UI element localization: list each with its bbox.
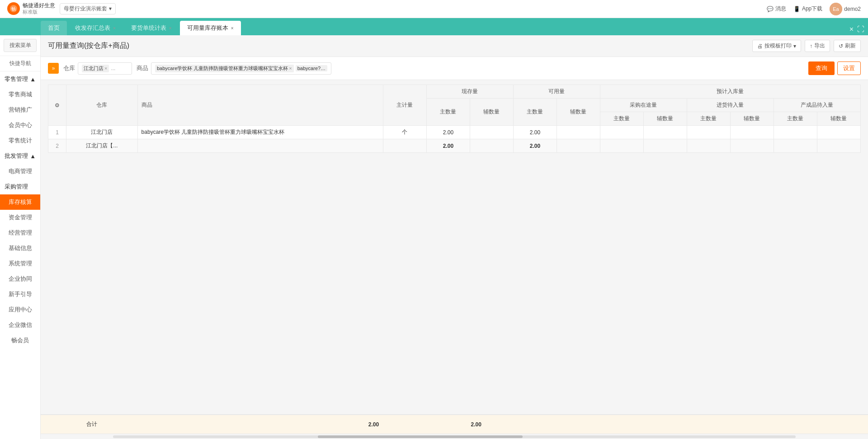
tab-home-label: 首页 — [48, 24, 60, 32]
sidebar-item-member[interactable]: 会员中心 — [0, 118, 40, 133]
product-input[interactable]: babycare学饮杯 儿童防摔防撞吸管杯重力球吸嘴杯宝宝水杯 × babyca… — [151, 62, 331, 75]
row-2-production-main — [774, 139, 817, 153]
tab-order-stats[interactable]: 要货单统计表 × — [124, 21, 179, 35]
industry-selector[interactable]: 母婴行业演示账套 ▾ — [60, 3, 116, 14]
warehouse-input[interactable]: 江北门店 × ... — [78, 62, 132, 75]
col-production-in-aux: 辅数量 — [817, 112, 860, 126]
row-2-available-main: 2.00 — [513, 139, 557, 153]
refresh-button[interactable]: ↺ 刷新 — [834, 40, 861, 52]
refresh-label: 刷新 — [845, 42, 856, 50]
sidebar-item-newbie[interactable]: 新手引导 — [0, 287, 40, 302]
tab-available-stock-close[interactable]: × — [231, 26, 234, 31]
footer-row: 合计 2.00 2.00 — [48, 418, 861, 431]
tab-maximize-button[interactable]: ⛶ — [857, 25, 864, 33]
row-1-production-main — [774, 126, 817, 139]
product-tag-1-close[interactable]: × — [289, 66, 292, 71]
content-area: 可用量查询(按仓库+商品) 🖨 按模板打印 ▾ ↑ 导出 ↺ 刷新 » — [41, 35, 868, 439]
sidebar-item-retail-stats[interactable]: 零售统计 — [0, 133, 40, 148]
product-tag-1-value: babycare学饮杯 儿童防摔防撞吸管杯重力球吸嘴杯宝宝水杯 — [157, 65, 288, 72]
sidebar-item-ecommerce[interactable]: 电商管理 — [0, 164, 40, 179]
row-1-current-main: 2.00 — [426, 126, 470, 139]
sidebar-item-operations[interactable]: 经营管理 — [0, 225, 40, 241]
tab-receive-summary[interactable]: 收发存汇总表 × — [68, 21, 123, 35]
avatar: Ea — [830, 3, 842, 15]
warehouse-tag-close[interactable]: × — [104, 66, 107, 71]
footer-production-main — [758, 418, 809, 431]
print-button[interactable]: 🖨 按模板打印 ▾ — [752, 40, 801, 52]
table-row-group: 2 江北门店【... 2.00 2.00 — [48, 139, 861, 153]
col-settings[interactable]: ⚙ — [48, 85, 66, 126]
table-footer: 合计 2.00 2.00 — [41, 414, 868, 434]
sidebar-item-system[interactable]: 系统管理 — [0, 256, 40, 271]
sidebar-item-marketing[interactable]: 营销推广 — [0, 102, 40, 118]
horizontal-scrollbar[interactable] — [41, 434, 868, 439]
product-tag-2: babycare?… — [296, 65, 327, 71]
footer-empty-settings — [48, 418, 66, 431]
tab-close-button[interactable]: × — [849, 25, 854, 33]
sidebar-item-stock[interactable]: 库存核算 — [0, 194, 40, 210]
export-icon: ↑ — [810, 43, 812, 49]
row-1-unit: 个 — [383, 126, 427, 139]
tab-receive-summary-label: 收发存汇总表 — [75, 24, 110, 32]
footer-purchase-main — [553, 418, 604, 431]
print-chevron: ▾ — [793, 43, 796, 49]
refresh-icon: ↺ — [839, 43, 843, 49]
product-tag-1: babycare学饮杯 儿童防摔防撞吸管杯重力球吸嘴杯宝宝水杯 × — [155, 65, 294, 72]
settings-button[interactable]: 设置 — [837, 61, 861, 75]
tab-order-stats-label: 要货单统计表 — [131, 24, 166, 32]
row-1-production-aux — [817, 126, 860, 139]
row-1-incoming-aux — [730, 126, 774, 139]
tab-order-stats-close[interactable]: × — [169, 26, 172, 31]
warehouse-ellipsis[interactable]: ... — [111, 65, 115, 71]
tab-available-stock-label: 可用量库存账本 — [187, 24, 228, 32]
main-layout: 搜索菜单 快捷导航 零售管理 ▲ 零售商城 营销推广 会员中心 零售统计 批发管… — [0, 35, 868, 439]
row-2-current-main: 2.00 — [426, 139, 470, 153]
sidebar-section-retail[interactable]: 零售管理 ▲ — [0, 71, 40, 87]
sidebar-section-purchase[interactable]: 采购管理 — [0, 179, 40, 194]
col-purchase-onway-main: 主数量 — [600, 112, 643, 126]
sidebar-item-wechat[interactable]: 企业微信 — [0, 317, 40, 333]
footer-available-aux — [502, 418, 553, 431]
col-warehouse-header: 仓库 — [66, 85, 138, 126]
tab-home[interactable]: 首页 — [41, 21, 67, 35]
scroll-track — [113, 435, 796, 438]
message-label: 消息 — [775, 5, 786, 13]
sidebar-item-finance[interactable]: 资金管理 — [0, 210, 40, 225]
col-purchase-in-main: 主数量 — [687, 112, 730, 126]
export-button[interactable]: ↑ 导出 — [805, 40, 830, 52]
quick-nav-button[interactable]: 快捷导航 — [0, 56, 40, 71]
footer-label: 合计 — [66, 418, 117, 431]
col-current-stock-header: 现存量 — [426, 85, 513, 99]
sidebar-item-enterprise[interactable]: 企业协同 — [0, 271, 40, 287]
user-area[interactable]: Ea demo2 — [830, 3, 861, 15]
chevron-up-icon: ▲ — [30, 76, 36, 83]
sidebar-section-retail-label: 零售管理 — [5, 75, 28, 83]
query-button[interactable]: 查询 — [808, 61, 835, 75]
sidebar-item-basics[interactable]: 基础信息 — [0, 241, 40, 256]
tab-available-stock[interactable]: 可用量库存账本 × — [180, 21, 241, 35]
svg-text:畅: 畅 — [11, 6, 16, 11]
col-current-aux: 辅数量 — [470, 99, 513, 126]
row-1-available-main: 2.00 — [513, 126, 557, 139]
sidebar-search-area: 搜索菜单 — [0, 35, 40, 56]
row-2-production-aux — [817, 139, 860, 153]
row-1-current-aux — [470, 126, 513, 139]
app-download-button[interactable]: 📱 App下载 — [793, 5, 822, 13]
print-label: 按模板打印 — [764, 42, 792, 50]
scroll-thumb[interactable] — [318, 435, 523, 438]
sidebar-section-wholesale[interactable]: 批发管理 ▲ — [0, 148, 40, 164]
search-menu-button[interactable]: 搜索菜单 — [4, 39, 37, 52]
tab-receive-summary-close[interactable]: × — [113, 26, 116, 31]
col-incoming-header: 预计入库量 — [600, 85, 860, 99]
footer-incoming-aux — [707, 418, 758, 431]
sidebar-item-retail-mall[interactable]: 零售商城 — [0, 87, 40, 102]
row-1-purchase-main — [600, 126, 643, 139]
sidebar-item-member2[interactable]: 畅会员 — [0, 333, 40, 348]
row-2-product — [137, 139, 383, 153]
message-button[interactable]: 💬 消息 — [767, 5, 786, 13]
filter-expand-button[interactable]: » — [48, 63, 59, 74]
col-available-header: 可用量 — [513, 85, 600, 99]
data-table: ⚙ 仓库 商品 主计量 现存量 可用量 预计入库量 主数量 辅数量 主数量 辅数… — [48, 85, 861, 153]
sidebar-item-app-center[interactable]: 应用中心 — [0, 302, 40, 317]
row-2-purchase-aux — [643, 139, 687, 153]
